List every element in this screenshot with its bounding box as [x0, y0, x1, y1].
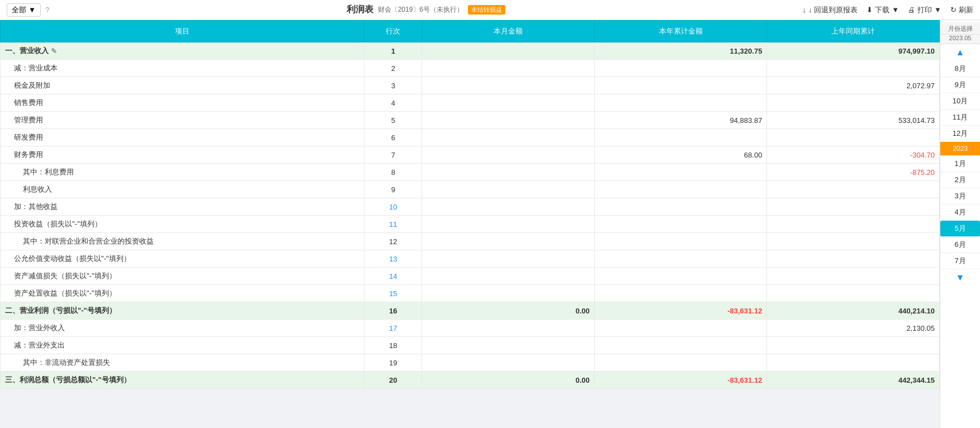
header-prev: 上年同期累计 — [767, 21, 940, 42]
month-nav-up[interactable]: ▲ — [940, 44, 980, 61]
top-bar-center: 利润表 财会〔2019〕6号（未执行） 未结转损益 — [347, 4, 505, 16]
row-number-cell: 18 — [364, 337, 422, 354]
top-bar-left: 全部 ▼ ? — [7, 3, 49, 17]
prev-cell — [767, 233, 940, 250]
back-icon: ↓ — [803, 6, 807, 14]
item-cell: 减：营业外支出 — [1, 337, 364, 354]
month-item[interactable]: 12月 — [940, 126, 980, 142]
table-row: 资产减值损失（损失以"-"填列）14 — [1, 268, 940, 285]
prev-cell: -304.70 — [767, 146, 940, 164]
month-cell — [422, 181, 595, 198]
month-cell — [422, 164, 595, 181]
year-cell: 94,883.87 — [594, 112, 767, 129]
scope-dropdown[interactable]: 全部 ▼ — [7, 3, 41, 17]
row-number-cell: 14 — [364, 268, 422, 285]
table-body: 一、营业收入✎111,320.75974,997.10减：营业成本2税金及附加3… — [1, 42, 940, 389]
row-number-cell: 19 — [364, 354, 422, 372]
prev-cell: 974,997.10 — [767, 42, 940, 60]
month-cell — [422, 216, 595, 233]
chevron-down-icon: ▼ — [29, 6, 36, 14]
download-button[interactable]: ⬇ 下载 ▼ — [867, 5, 899, 15]
month-item[interactable]: 1月 — [940, 156, 980, 172]
print-chevron: ▼ — [934, 6, 941, 14]
table-row: 其中：非流动资产处置损失19 — [1, 354, 940, 372]
year-cell — [594, 320, 767, 337]
year-cell — [594, 337, 767, 354]
year-cell — [594, 250, 767, 268]
prev-cell — [767, 285, 940, 302]
refresh-button[interactable]: ↻ 刷新 — [950, 5, 973, 15]
row-number-cell: 11 — [364, 216, 422, 233]
item-cell: 二、营业利润（亏损以"-"号填列） — [1, 302, 364, 320]
month-item[interactable]: 10月 — [940, 93, 980, 110]
month-cell — [422, 146, 595, 164]
month-sidebar-year: 2023.05 — [940, 35, 980, 44]
row-number-cell: 15 — [364, 285, 422, 302]
month-item[interactable]: 4月 — [940, 205, 980, 221]
month-item[interactable]: 8月 — [940, 61, 980, 77]
back-button[interactable]: ↓ ↓ 回退到原报表 — [803, 5, 858, 15]
header-year: 本年累计金额 — [594, 21, 767, 42]
table-row: 减：营业外支出18 — [1, 337, 940, 354]
month-sidebar-title: 月份选择 — [940, 22, 980, 35]
month-cell — [422, 285, 595, 302]
prev-cell — [767, 354, 940, 372]
prev-cell — [767, 337, 940, 354]
month-item[interactable]: 6月 — [940, 237, 980, 253]
month-cell — [422, 77, 595, 94]
report-table: 项目 行次 本月金额 本年累计金额 上年同期累计 一、营业收入✎111,320.… — [0, 20, 940, 389]
month-item[interactable]: 11月 — [940, 110, 980, 126]
month-item[interactable]: 9月 — [940, 77, 980, 93]
table-row: 二、营业利润（亏损以"-"号填列）160.00-83,631.12440,214… — [1, 302, 940, 320]
month-item[interactable]: 5月 — [940, 221, 980, 237]
table-row: 财务费用768.00-304.70 — [1, 146, 940, 164]
table-row: 三、利润总额（亏损总额以"-"号填列）200.00-83,631.12442,3… — [1, 372, 940, 389]
edit-icon[interactable]: ✎ — [51, 47, 60, 56]
prev-cell: 2,130.05 — [767, 320, 940, 337]
month-item[interactable]: 7月 — [940, 253, 980, 269]
month-item[interactable]: 2月 — [940, 172, 980, 188]
table-row: 其中：对联营企业和合营企业的投资收益12 — [1, 233, 940, 250]
row-number-cell: 2 — [364, 60, 422, 77]
header-month: 本月金额 — [422, 21, 595, 42]
table-row: 资产处置收益（损失以"-"填列）15 — [1, 285, 940, 302]
prev-cell: -875.20 — [767, 164, 940, 181]
header-item: 项目 — [1, 21, 364, 42]
year-cell — [594, 129, 767, 146]
row-number-cell: 1 — [364, 42, 422, 60]
year-label: 2023 — [940, 142, 980, 156]
top-bar: 全部 ▼ ? 利润表 财会〔2019〕6号（未执行） 未结转损益 ↓ ↓ 回退到… — [0, 0, 980, 20]
print-icon: 🖨 — [908, 6, 915, 14]
download-icon: ⬇ — [867, 6, 873, 14]
month-cell: 0.00 — [422, 372, 595, 389]
month-sidebar: 月份选择 2023.05 ▲ 8月9月10月11月12月20231月2月3月4月… — [940, 20, 980, 428]
prev-cell — [767, 216, 940, 233]
print-button[interactable]: 🖨 打印 ▼ — [908, 5, 941, 15]
item-cell: 资产减值损失（损失以"-"填列） — [1, 268, 364, 285]
month-cell: 0.00 — [422, 302, 595, 320]
top-bar-right: ↓ ↓ 回退到原报表 ⬇ 下载 ▼ 🖨 打印 ▼ ↻ 刷新 — [803, 5, 973, 15]
year-cell: -83,631.12 — [594, 302, 767, 320]
month-nav-down[interactable]: ▼ — [940, 269, 980, 286]
month-cell — [422, 112, 595, 129]
item-cell: 其中：利息费用 — [1, 164, 364, 181]
page-title: 利润表 — [347, 4, 373, 16]
refresh-icon: ↻ — [950, 6, 957, 14]
month-cell — [422, 42, 595, 60]
item-cell: 研发费用 — [1, 129, 364, 146]
row-number-cell: 3 — [364, 77, 422, 94]
year-cell — [594, 268, 767, 285]
header-row: 行次 — [364, 21, 422, 42]
help-icon[interactable]: ? — [45, 6, 49, 14]
year-cell — [594, 216, 767, 233]
item-cell: 利息收入 — [1, 181, 364, 198]
year-cell — [594, 60, 767, 77]
month-cell — [422, 268, 595, 285]
item-cell: 三、利润总额（亏损总额以"-"号填列） — [1, 372, 364, 389]
month-cell — [422, 354, 595, 372]
status-badge: 未结转损益 — [468, 5, 505, 15]
table-area: 项目 行次 本月金额 本年累计金额 上年同期累计 一、营业收入✎111,320.… — [0, 20, 940, 428]
month-item[interactable]: 3月 — [940, 188, 980, 205]
year-cell — [594, 354, 767, 372]
month-cell — [422, 250, 595, 268]
